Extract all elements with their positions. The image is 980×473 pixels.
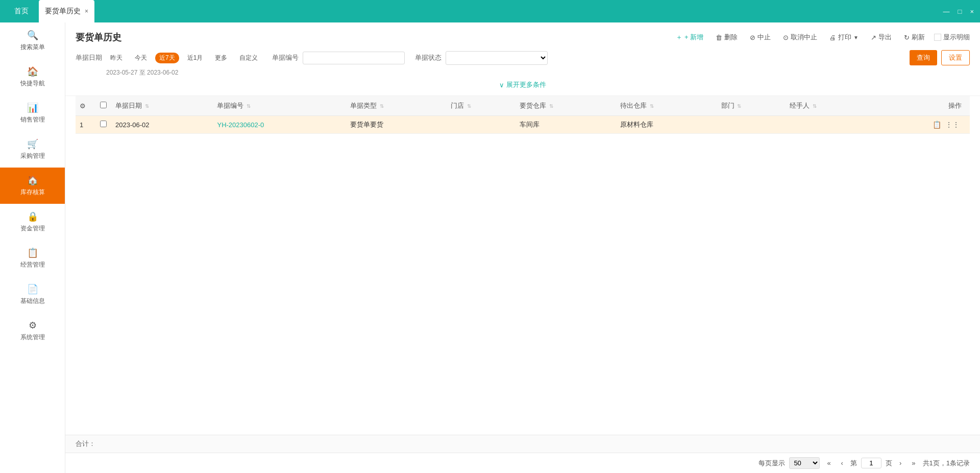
th-pending-warehouse-sort-icon[interactable]: ⇅ <box>650 103 654 109</box>
th-date-sort-icon[interactable]: ⇅ <box>145 103 149 109</box>
sales-icon: 📊 <box>27 102 38 113</box>
settings-icon[interactable]: ⚙ <box>80 102 86 110</box>
status-filter-label: 单据状态 <box>415 53 442 62</box>
date-btn-today[interactable]: 今天 <box>131 53 151 63</box>
search-button[interactable]: 查询 <box>910 50 937 65</box>
delete-icon: 🗑 <box>716 34 722 41</box>
table-container: ⚙ 单据日期 ⇅ 单据编号 <box>65 96 980 435</box>
table-footer: 合计： <box>65 435 980 453</box>
last-page-btn[interactable]: » <box>909 458 918 468</box>
th-checkbox <box>96 96 111 116</box>
more-action-icon[interactable]: ⋮⋮ <box>945 121 960 129</box>
expand-btn[interactable]: ∨ 展开更多条件 <box>499 80 546 89</box>
export-icon: ↗ <box>871 34 876 41</box>
cell-req-warehouse: 车间库 <box>516 116 616 134</box>
docno-link[interactable]: YH-20230602-0 <box>217 121 264 129</box>
th-handler: 经手人 ⇅ <box>786 96 870 116</box>
delete-label: 删除 <box>724 33 738 42</box>
display-detail-button[interactable]: 显示明细 <box>934 33 970 42</box>
sidebar-item-label: 销售管理 <box>20 115 45 124</box>
prev-page-btn[interactable]: ‹ <box>838 458 846 468</box>
sidebar-item-finance[interactable]: 🔒 资金管理 <box>0 204 65 240</box>
view-action-icon[interactable]: 📋 <box>933 121 941 129</box>
sidebar-item-quick-nav[interactable]: 🏠 快捷导航 <box>0 59 65 95</box>
th-settings: ⚙ <box>76 96 96 116</box>
cell-date: 2023-06-02 <box>111 116 213 134</box>
first-page-btn[interactable]: « <box>824 458 834 468</box>
th-req-warehouse-sort-icon[interactable]: ⇅ <box>549 103 553 109</box>
date-btn-more[interactable]: 更多 <box>211 53 231 63</box>
display-detail-checkbox[interactable] <box>934 34 941 41</box>
print-icon: 🖨 <box>829 34 836 41</box>
page-input[interactable] <box>861 458 881 468</box>
th-dept-sort-icon[interactable]: ⇅ <box>737 103 741 109</box>
th-dept-label: 部门 <box>721 102 734 109</box>
refresh-label: 刷新 <box>912 33 925 42</box>
th-store-label: 门店 <box>451 102 464 109</box>
page-size-select[interactable]: 50 10 20 100 <box>789 457 820 469</box>
sidebar-item-inventory[interactable]: 🏠 库存核算 <box>0 168 65 204</box>
operations-icon: 📋 <box>27 247 38 258</box>
stop-button[interactable]: ⊘ 中止 <box>747 31 774 44</box>
sidebar-item-search-menu[interactable]: 🔍 搜索菜单 <box>0 22 65 59</box>
refresh-button[interactable]: ↻ 刷新 <box>901 31 928 44</box>
sidebar-item-label: 搜索菜单 <box>20 43 45 52</box>
th-docno: 单据编号 ⇅ <box>213 96 346 116</box>
th-docno-sort-icon[interactable]: ⇅ <box>247 103 251 109</box>
select-all-checkbox[interactable] <box>100 102 107 108</box>
next-page-btn[interactable]: › <box>896 458 904 468</box>
sidebar-item-system[interactable]: ⚙ 系统管理 <box>0 313 65 349</box>
th-doctype-sort-icon[interactable]: ⇅ <box>380 103 384 109</box>
settings-button[interactable]: 设置 <box>941 50 970 65</box>
row-checkbox[interactable] <box>100 121 107 127</box>
export-button[interactable]: ↗ 导出 <box>868 31 895 44</box>
th-pending-warehouse-label: 待出仓库 <box>620 102 647 109</box>
sidebar-item-label: 基础信息 <box>20 297 45 305</box>
sidebar-item-purchase[interactable]: 🛒 采购管理 <box>0 131 65 168</box>
status-filter-select[interactable] <box>446 51 548 65</box>
window-maximize-btn[interactable]: □ <box>958 8 962 15</box>
cell-no: 1 <box>76 116 96 134</box>
page-size-label: 每页显示 <box>758 459 785 468</box>
page-header: 要货单历史 ＋ + 新增 🗑 删除 ⊘ 中止 <box>65 22 980 44</box>
print-button[interactable]: 🖨 打印 ▼ <box>826 31 862 44</box>
purchase-icon: 🛒 <box>27 138 38 150</box>
tab-active[interactable]: 要货单历史 × <box>39 0 94 22</box>
cell-doctype: 要货单要货 <box>346 116 447 134</box>
date-btn-7days[interactable]: 近7天 <box>155 53 179 63</box>
docno-filter-input[interactable] <box>303 52 405 64</box>
quick-nav-icon: 🏠 <box>27 66 38 77</box>
add-button[interactable]: ＋ + 新增 <box>673 31 706 44</box>
cell-pending-warehouse: 原材料仓库 <box>616 116 717 134</box>
add-icon: ＋ <box>676 33 682 42</box>
date-btn-1month[interactable]: 近1月 <box>183 53 207 63</box>
cancel-stop-button[interactable]: ⊙ 取消中止 <box>780 31 820 44</box>
th-handler-sort-icon[interactable]: ⇅ <box>813 103 817 109</box>
page-content: 要货单历史 ＋ + 新增 🗑 删除 ⊘ 中止 <box>65 22 980 473</box>
basic-info-icon: 📄 <box>27 283 38 295</box>
inventory-icon: 🏠 <box>27 175 38 186</box>
data-table: ⚙ 单据日期 ⇅ 单据编号 <box>76 96 970 134</box>
sidebar-item-operations[interactable]: 📋 经营管理 <box>0 240 65 276</box>
page-unit: 页 <box>886 459 892 468</box>
sidebar-item-label: 资金管理 <box>20 224 45 233</box>
cancel-stop-icon: ⊙ <box>783 34 789 41</box>
th-store-sort-icon[interactable]: ⇅ <box>467 103 471 109</box>
date-btn-yesterday[interactable]: 昨天 <box>106 53 127 63</box>
window-close-btn[interactable]: × <box>970 8 974 15</box>
date-filter-group: 单据日期 昨天 今天 近7天 近1月 更多 自定义 <box>76 53 262 63</box>
expand-label: 展开更多条件 <box>506 80 546 89</box>
window-minimize-btn[interactable]: — <box>943 8 950 15</box>
sidebar-item-basic-info[interactable]: 📄 基础信息 <box>0 276 65 313</box>
add-label: + 新增 <box>684 33 703 42</box>
date-range-display: 2023-05-27 至 2023-06-02 <box>106 68 178 77</box>
sidebar-item-sales[interactable]: 📊 销售管理 <box>0 95 65 131</box>
th-dept: 部门 ⇅ <box>717 96 786 116</box>
date-btn-custom[interactable]: 自定义 <box>235 53 262 63</box>
th-req-warehouse-label: 要货仓库 <box>520 102 546 109</box>
tab-close-icon[interactable]: × <box>85 8 88 15</box>
tab-home[interactable]: 首页 <box>6 0 37 22</box>
search-menu-icon: 🔍 <box>27 30 38 41</box>
print-label: 打印 <box>838 33 851 42</box>
delete-button[interactable]: 🗑 删除 <box>713 31 741 44</box>
